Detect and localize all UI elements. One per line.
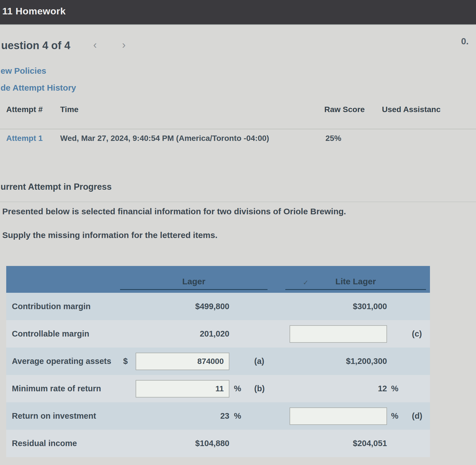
column-time: Time [60,105,79,114]
attempt-raw-score: 25% [325,134,341,143]
row-label: Residual income [6,439,116,448]
minimum-rate-of-return-lager-input[interactable] [136,380,229,398]
column-attempt: Attempt # [6,105,43,114]
letter-b-label: (b) [254,384,265,393]
screen: 11 Homework uestion 4 of 4 ‹ › 0. ew Pol… [0,0,476,465]
average-operating-assets-lager-input[interactable] [136,353,229,370]
percent-label: % [391,411,399,420]
column-used-assistance: Used Assistanc [382,105,441,114]
chevron-right-icon: › [122,39,126,51]
attempt-1-link[interactable]: Attempt 1 [6,134,43,143]
financial-table: Lager ✓ Lite Lager Contribution margin $… [6,266,430,457]
question-intro-text: Presented below is selected financial in… [2,207,476,216]
lite-residual-income-value: $204,051 [353,439,387,448]
lager-controllable-margin-value: 201,020 [200,329,229,339]
view-policies-link[interactable]: ew Policies [1,66,476,76]
prev-question-button[interactable]: ‹ [93,40,97,50]
lite-contribution-margin-value: $301,000 [353,302,387,311]
letter-d-label: (d) [412,411,422,420]
current-attempt-heading: urrent Attempt in Progress [1,182,476,192]
percent-label: % [391,384,399,393]
dollar-sign-label: $ [123,357,128,366]
table-row: Return on investment 23 % % (d) [6,402,430,430]
attempt-history-row: Attempt 1 Wed, Mar 27, 2024, 9:40:54 PM … [0,134,476,146]
table-row: Minimum rate of return % (b) 12 % [6,375,430,402]
question-counter: uestion 4 of 4 [1,40,70,52]
attempt-history-header: Attempt # Time Raw Score Used Assistanc [0,105,476,117]
question-nav: uestion 4 of 4 ‹ › 0. [0,25,476,56]
table-row: Controllable margin 201,020 (c) [6,320,430,348]
table-row: Average operating assets $ (a) $1,200,30… [6,348,430,375]
attempt-time: Wed, Mar 27, 2024, 9:40:54 PM (America/T… [60,134,269,143]
row-label: Controllable margin [6,329,116,339]
controllable-margin-lite-input[interactable] [290,325,387,343]
assignment-title: 11 Homework [2,6,66,17]
app-header: 11 Homework [0,0,476,25]
row-label: Average operating assets [6,357,116,366]
column-header-lite-lager: Lite Lager [285,277,426,290]
percent-label: % [234,384,241,393]
lite-average-operating-assets-value: $1,200,300 [346,357,387,366]
lager-residual-income-value: $104,880 [195,439,229,448]
table-row: Contribution margin $499,800 $301,000 [6,293,430,320]
table-row: Residual income $104,880 $204,051 [6,430,430,457]
financial-table-header: Lager ✓ Lite Lager [6,266,430,293]
next-question-button[interactable]: › [122,40,126,50]
hide-attempt-history-link[interactable]: de Attempt History [1,83,476,93]
column-header-lager: Lager [120,277,268,290]
row-label: Minimum rate of return [6,384,116,393]
row-label: Contribution margin [6,302,116,311]
column-raw-score: Raw Score [324,105,365,114]
letter-a-label: (a) [254,357,264,366]
question-score: 0. [461,36,469,47]
letter-c-label: (c) [412,329,422,338]
lager-contribution-margin-value: $499,800 [195,302,229,311]
return-on-investment-lite-input[interactable] [290,407,387,425]
divider [0,129,476,129]
percent-label: % [234,411,241,420]
lite-minimum-rate-value: 12 [378,384,387,393]
divider [0,202,476,202]
chevron-left-icon: ‹ [93,39,97,51]
row-label: Return on investment [6,411,116,421]
question-instruction-text: Supply the missing information for the l… [2,230,476,240]
lager-roi-value: 23 [220,411,229,421]
